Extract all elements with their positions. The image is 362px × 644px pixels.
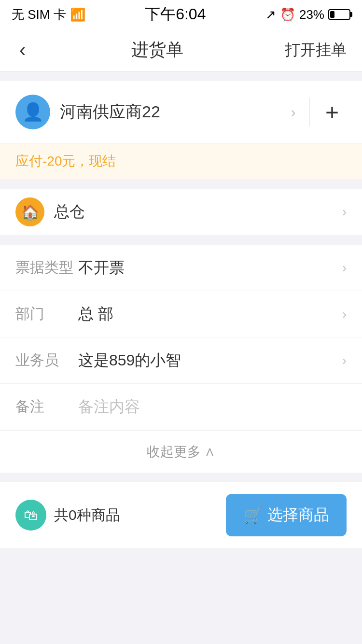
department-row[interactable]: 部门 总 部 › [0,291,362,337]
cart-emoji-icon: 🛍 [24,507,38,523]
salesperson-row[interactable]: 业务员 这是859的小智 › [0,337,362,384]
remarks-label: 备注 [15,397,78,417]
page-title: 进货单 [131,38,183,62]
battery-icon [328,9,350,20]
invoice-chevron-icon: › [342,260,347,276]
supplier-divider [309,98,310,126]
wifi-icon: 📶 [70,7,85,22]
warehouse-card: 🏠 总仓 › [0,189,362,235]
gap-2 [0,179,362,189]
salesperson-value: 这是859的小智 [78,350,342,371]
collapse-label: 收起更多 ∧ [147,443,216,461]
avatar-icon: 👤 [22,102,44,122]
department-chevron-icon: › [342,307,347,322]
status-bar: 无 SIM 卡 📶 下午6:04 ↗ ⏰ 23% [0,0,362,29]
product-count-area: 🛍 共0种商品 [15,500,120,531]
notice-bar: 应付-20元，现结 [0,143,362,179]
salesperson-label: 业务员 [15,350,78,370]
fields-card: 票据类型 不开票 › 部门 总 部 › 业务员 这是859的小智 › 备注 备注… [0,245,362,473]
select-product-button[interactable]: 🛒 选择商品 [226,494,347,536]
open-pending-button[interactable]: 打开挂单 [285,40,347,61]
supplier-row[interactable]: 👤 河南供应商22 › + [0,81,362,143]
warehouse-chevron-icon: › [342,204,347,220]
warehouse-name: 总仓 [54,201,342,223]
bottom-fill-area [0,548,362,644]
notice-text: 应付-20元，现结 [15,154,116,168]
gap-3 [0,235,362,245]
warehouse-row[interactable]: 🏠 总仓 › [0,189,362,235]
bottom-bar: 🛍 共0种商品 🛒 选择商品 [0,482,362,548]
select-cart-icon: 🛒 [243,506,263,524]
supplier-chevron-icon: › [291,103,296,121]
battery-percent: 23% [299,7,324,22]
supplier-card: 👤 河南供应商22 › + 应付-20元，现结 [0,81,362,179]
salesperson-chevron-icon: › [342,353,347,368]
status-left: 无 SIM 卡 📶 [12,6,85,23]
select-product-label: 选择商品 [267,504,329,526]
status-right: ↗ ⏰ 23% [265,7,350,22]
invoice-type-row[interactable]: 票据类型 不开票 › [0,245,362,291]
warehouse-icon: 🏠 [15,197,44,226]
collapse-button[interactable]: 收起更多 ∧ [0,430,362,473]
supplier-name: 河南供应商22 [60,101,291,123]
product-count-text: 共0种商品 [54,505,120,525]
remarks-placeholder: 备注内容 [78,396,347,418]
location-icon: ↗ [265,7,276,22]
status-time: 下午6:04 [145,4,206,25]
nav-bar: ‹ 进货单 打开挂单 [0,29,362,71]
invoice-type-label: 票据类型 [15,258,78,278]
back-button[interactable]: ‹ [15,35,29,65]
gap-1 [0,71,362,81]
department-value: 总 部 [78,304,342,325]
cart-icon: 🛍 [15,500,46,531]
house-icon: 🏠 [21,204,39,221]
remarks-row[interactable]: 备注 备注内容 [0,384,362,430]
carrier-label: 无 SIM 卡 [12,6,66,23]
add-supplier-button[interactable]: + [318,95,347,129]
invoice-type-value: 不开票 [78,257,342,279]
gap-4 [0,473,362,482]
alarm-icon: ⏰ [280,7,295,22]
department-label: 部门 [15,304,78,324]
supplier-avatar: 👤 [15,95,50,129]
